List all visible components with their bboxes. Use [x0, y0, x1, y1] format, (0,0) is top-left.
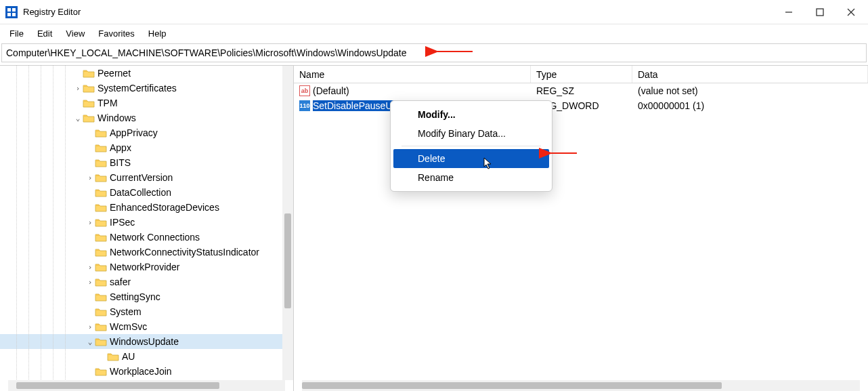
ctx-delete[interactable]: Delete [393, 149, 549, 168]
tree-twisty-icon[interactable]: › [73, 84, 83, 93]
folder-icon [95, 128, 107, 138]
tree-vscroll[interactable] [282, 66, 293, 380]
tree-twisty-icon[interactable]: ⌄ [85, 337, 95, 346]
folder-icon [83, 83, 95, 93]
tree-item-label: IPSec [110, 217, 135, 228]
svg-rect-1 [12, 8, 16, 12]
tree-item[interactable]: WorkplaceJoin [0, 364, 293, 379]
folder-icon [95, 188, 107, 197]
svg-rect-5 [817, 9, 823, 16]
tree-item[interactable]: BITS [0, 155, 293, 170]
ctx-rename[interactable]: Rename [393, 168, 549, 187]
svg-rect-0 [7, 8, 11, 12]
context-menu: Modify... Modify Binary Data... Delete R… [390, 100, 552, 192]
tree-item[interactable]: EnhancedStorageDevices [0, 200, 293, 215]
tree-item[interactable]: ›NetworkProvider [0, 260, 293, 274]
tree-item-label: WorkplaceJoin [110, 366, 172, 377]
value-data: 0x00000001 (1) [638, 100, 704, 111]
tree-item[interactable]: ›SystemCertificates [0, 81, 293, 96]
tree-item-label: System [110, 306, 142, 317]
tree-item-label: AppPrivacy [110, 127, 158, 138]
list-hscroll[interactable] [302, 380, 860, 391]
menu-edit[interactable]: Edit [30, 27, 59, 40]
address-text: Computer\HKEY_LOCAL_MACHINE\SOFTWARE\Pol… [6, 47, 407, 58]
tree-item-label: WcmSvc [110, 321, 147, 332]
folder-icon [95, 367, 107, 376]
tree-item[interactable]: Appx [0, 140, 293, 155]
menu-view[interactable]: View [59, 27, 91, 40]
tree-item-label: Network Connections [110, 232, 200, 243]
folder-icon [95, 322, 107, 331]
folder-icon [95, 218, 107, 227]
tree-item[interactable]: ›IPSec [0, 215, 293, 230]
folder-icon [95, 292, 107, 302]
folder-icon [107, 352, 119, 361]
close-button[interactable] [836, 1, 867, 23]
folder-icon [95, 203, 107, 212]
folder-icon [95, 307, 107, 316]
list-header: Name Type Data [294, 66, 868, 83]
tree-item-label: NetworkConnectivityStatusIndicator [110, 247, 259, 258]
tree-item-label: BITS [110, 157, 131, 168]
tree-item-label: safer [110, 276, 131, 287]
tree-item[interactable]: DataCollection [0, 185, 293, 200]
tree-item[interactable]: ⌄WindowsUpdate [0, 334, 293, 349]
menubar: File Edit View Favorites Help [0, 24, 868, 42]
tree-item-label: NetworkProvider [110, 262, 179, 272]
tree-item[interactable]: ›CurrentVersion [0, 170, 293, 185]
tree-twisty-icon[interactable]: › [85, 323, 95, 331]
value-data: (value not set) [638, 85, 698, 96]
tree-item-label: AU [122, 351, 135, 362]
col-data[interactable]: Data [638, 69, 658, 80]
tree-item[interactable]: TPM [0, 96, 293, 110]
tree-item[interactable]: Peernet [0, 66, 293, 81]
ctx-modify-binary[interactable]: Modify Binary Data... [393, 124, 549, 143]
tree-twisty-icon[interactable]: ⌄ [73, 114, 83, 123]
tree-twisty-icon[interactable]: › [85, 173, 95, 182]
ctx-modify[interactable]: Modify... [393, 105, 549, 124]
folder-icon [95, 232, 107, 242]
folder-icon [95, 262, 107, 272]
tree-item-label: WindowsUpdate [110, 336, 179, 347]
tree-twisty-icon[interactable]: › [85, 218, 95, 227]
tree-hscroll[interactable] [8, 380, 285, 391]
tree-item[interactable]: System [0, 304, 293, 319]
tree-item[interactable]: ⌄Windows [0, 110, 293, 125]
tree-twisty-icon[interactable]: › [85, 263, 95, 272]
value-row[interactable]: ab(Default)REG_SZ(value not set) [294, 83, 868, 98]
value-list-pane: Name Type Data ab(Default)REG_SZ(value n… [294, 66, 868, 391]
col-type[interactable]: Type [536, 69, 557, 80]
address-bar[interactable]: Computer\HKEY_LOCAL_MACHINE\SOFTWARE\Pol… [1, 43, 867, 62]
value-row[interactable]: 110SetDisablePauseUXAccessREG_DWORD0x000… [294, 98, 868, 113]
tree-item[interactable]: ›safer [0, 274, 293, 289]
tree-item[interactable]: AU [0, 349, 293, 364]
menu-favorites[interactable]: Favorites [91, 27, 141, 40]
col-name[interactable]: Name [299, 69, 324, 80]
value-rows: ab(Default)REG_SZ(value not set)110SetDi… [294, 83, 868, 113]
svg-rect-3 [12, 13, 16, 16]
tree-twisty-icon[interactable]: › [85, 278, 95, 287]
maximize-button[interactable] [804, 1, 836, 23]
tree-item-label: CurrentVersion [110, 172, 173, 183]
svg-rect-2 [7, 13, 11, 16]
minimize-button[interactable] [773, 1, 804, 23]
tree-item[interactable]: AppPrivacy [0, 125, 293, 140]
tree-item-label: Windows [97, 112, 136, 123]
folder-icon [83, 98, 95, 108]
titlebar: Registry Editor [0, 0, 868, 24]
folder-icon [83, 113, 95, 123]
folder-icon [95, 158, 107, 167]
menu-help[interactable]: Help [142, 27, 173, 40]
tree-item-label: TPM [97, 98, 118, 108]
folder-icon [95, 143, 107, 152]
tree-item[interactable]: Network Connections [0, 230, 293, 245]
registry-tree[interactable]: Peernet›SystemCertificatesTPM⌄WindowsApp… [0, 66, 293, 391]
tree-item-label: Peernet [97, 68, 131, 79]
tree-item-label: EnhancedStorageDevices [110, 202, 219, 213]
tree-item[interactable]: SettingSync [0, 289, 293, 304]
tree-item[interactable]: ›WcmSvc [0, 319, 293, 334]
string-value-icon: ab [299, 85, 310, 96]
tree-item[interactable]: NetworkConnectivityStatusIndicator [0, 245, 293, 260]
tree-item-label: DataCollection [110, 187, 171, 198]
menu-file[interactable]: File [3, 27, 30, 40]
